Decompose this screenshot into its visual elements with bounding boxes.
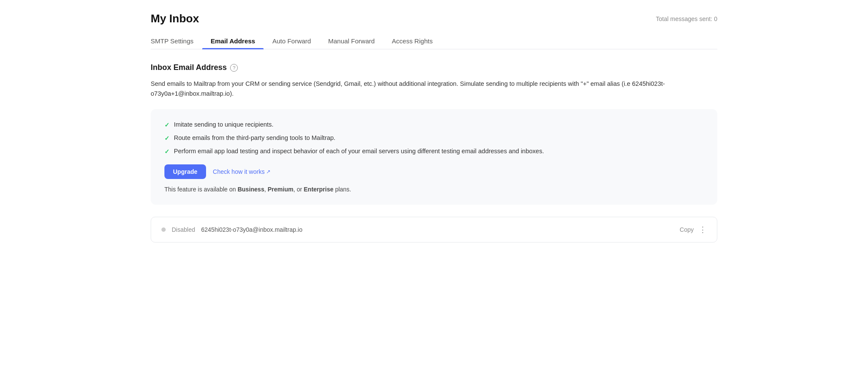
tabs-nav: SMTP Settings Email Address Auto Forward…	[151, 33, 717, 49]
check-how-it-works-link[interactable]: Check how it works ↗	[213, 168, 271, 175]
page-header: My Inbox Total messages sent: 0	[151, 12, 717, 25]
list-item: ✓ Perform email app load testing and ins…	[164, 148, 704, 155]
plans-prefix: This feature is available on	[164, 186, 237, 193]
tab-manual-forward[interactable]: Manual Forward	[319, 33, 383, 49]
email-left: Disabled 6245hi023t-o73y0a@inbox.mailtra…	[161, 226, 303, 233]
plan-premium: Premium	[267, 186, 293, 193]
plans-text: This feature is available on Business, P…	[164, 186, 704, 193]
tab-smtp-settings[interactable]: SMTP Settings	[151, 33, 202, 49]
plan-enterprise: Enterprise	[304, 186, 334, 193]
check-link-text: Check how it works	[213, 168, 265, 175]
feature-text-1: Imitate sending to unique recipients.	[174, 121, 273, 128]
feature-text-2: Route emails from the third-party sendin…	[174, 134, 335, 141]
check-icon-2: ✓	[164, 135, 170, 142]
feature-card: ✓ Imitate sending to unique recipients. …	[151, 109, 717, 205]
plans-suffix: plans.	[334, 186, 351, 193]
total-messages-label: Total messages sent: 0	[656, 15, 717, 22]
feature-text-3: Perform email app load testing and inspe…	[174, 148, 544, 155]
section-title: Inbox Email Address ?	[151, 63, 717, 72]
email-row: Disabled 6245hi023t-o73y0a@inbox.mailtra…	[151, 217, 717, 243]
tab-auto-forward[interactable]: Auto Forward	[264, 33, 319, 49]
tab-email-address[interactable]: Email Address	[202, 33, 264, 49]
email-address: 6245hi023t-o73y0a@inbox.mailtrap.io	[201, 226, 302, 233]
tab-access-rights[interactable]: Access Rights	[383, 33, 441, 49]
external-link-icon: ↗	[266, 169, 270, 175]
help-icon[interactable]: ?	[230, 64, 238, 72]
upgrade-button[interactable]: Upgrade	[164, 164, 206, 179]
check-icon-1: ✓	[164, 121, 170, 128]
email-right: Copy ⋮	[680, 226, 707, 233]
copy-button[interactable]: Copy	[680, 226, 694, 233]
page-title: My Inbox	[151, 12, 199, 25]
list-item: ✓ Route emails from the third-party send…	[164, 134, 704, 142]
section-description: Send emails to Mailtrap from your CRM or…	[151, 79, 717, 99]
feature-list: ✓ Imitate sending to unique recipients. …	[164, 121, 704, 155]
plan-business: Business	[237, 186, 264, 193]
status-label: Disabled	[172, 226, 195, 233]
section-title-text: Inbox Email Address	[151, 63, 227, 72]
status-dot	[161, 227, 166, 232]
action-row: Upgrade Check how it works ↗	[164, 164, 704, 179]
check-icon-3: ✓	[164, 148, 170, 155]
list-item: ✓ Imitate sending to unique recipients.	[164, 121, 704, 128]
more-options-button[interactable]: ⋮	[699, 226, 707, 233]
